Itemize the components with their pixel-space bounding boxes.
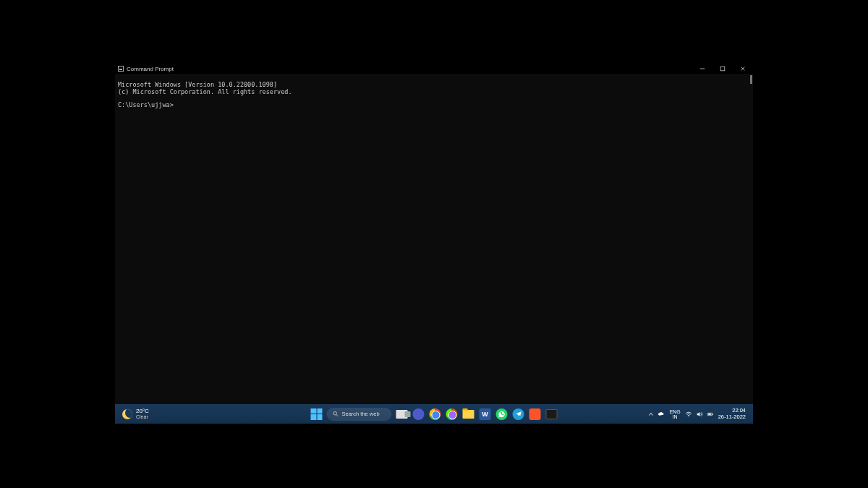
start-button[interactable] (310, 408, 323, 421)
word-icon: W (480, 408, 491, 420)
terminal-line: (c) Microsoft Corporation. All rights re… (118, 88, 292, 95)
terminal-icon (546, 409, 558, 419)
cmd-taskbar-button[interactable] (545, 408, 558, 421)
windows-logo-icon (311, 408, 323, 420)
terminal-prompt: C:\Users\ujjwa> (118, 101, 174, 108)
taskbar: 20°C Clear Search the web W (115, 404, 753, 424)
window-controls (692, 64, 753, 74)
tray-overflow-icon[interactable] (648, 411, 654, 417)
command-prompt-window: Command Prompt Microsoft Windows [Versio… (115, 64, 753, 424)
svg-rect-9 (708, 414, 711, 415)
search-icon (333, 411, 339, 417)
weather-temp: 20°C (136, 408, 149, 414)
titlebar[interactable]: Command Prompt (115, 64, 753, 74)
task-view-button[interactable] (396, 408, 409, 421)
chrome-alt-icon (446, 408, 458, 420)
folder-icon (463, 410, 475, 419)
window-title: Command Prompt (127, 66, 174, 72)
chat-button[interactable] (412, 408, 425, 421)
weather-widget[interactable]: 20°C Clear (115, 408, 149, 419)
svg-rect-8 (712, 414, 713, 415)
wifi-icon[interactable] (685, 411, 692, 418)
language-indicator[interactable]: ENG IN (669, 409, 680, 419)
close-button[interactable] (733, 64, 753, 74)
whatsapp-icon (496, 408, 508, 420)
svg-rect-1 (720, 67, 725, 71)
taskview-icon (396, 410, 408, 419)
system-tray: ENG IN 22:04 26-11-2022 (648, 408, 753, 420)
moon-icon (122, 409, 132, 419)
lang-region: IN (669, 414, 680, 419)
telegram-icon (513, 408, 524, 420)
telegram-button[interactable] (512, 408, 525, 421)
scrollbar-thumb[interactable] (750, 75, 752, 84)
file-explorer-button[interactable] (462, 408, 475, 421)
svg-line-5 (336, 415, 338, 416)
search-button[interactable]: Search the web (327, 408, 392, 421)
chrome-icon (430, 408, 441, 420)
clock[interactable]: 22:04 26-11-2022 (718, 408, 746, 420)
search-label: Search the web (342, 411, 380, 417)
brave-icon (529, 408, 541, 420)
whatsapp-button[interactable] (495, 408, 509, 421)
volume-icon[interactable] (696, 411, 703, 418)
date: 26-11-2022 (718, 414, 746, 420)
svg-point-4 (333, 412, 337, 416)
svg-point-6 (688, 416, 689, 416)
terminal-body[interactable]: Microsoft Windows [Version 10.0.22000.10… (115, 74, 753, 424)
maximize-button[interactable] (712, 64, 733, 74)
onedrive-icon[interactable] (658, 411, 665, 418)
battery-icon[interactable] (707, 411, 714, 418)
minimize-button[interactable] (692, 64, 712, 74)
weather-condition: Clear (136, 414, 149, 419)
cmd-titlebar-icon (118, 66, 124, 72)
lang-code: ENG (669, 409, 680, 414)
word-button[interactable]: W (479, 408, 492, 421)
brave-button[interactable] (529, 408, 542, 421)
taskbar-center: Search the web W (310, 408, 558, 421)
chat-icon (413, 408, 425, 420)
chrome-button[interactable] (429, 408, 442, 421)
chrome-canary-button[interactable] (446, 408, 459, 421)
